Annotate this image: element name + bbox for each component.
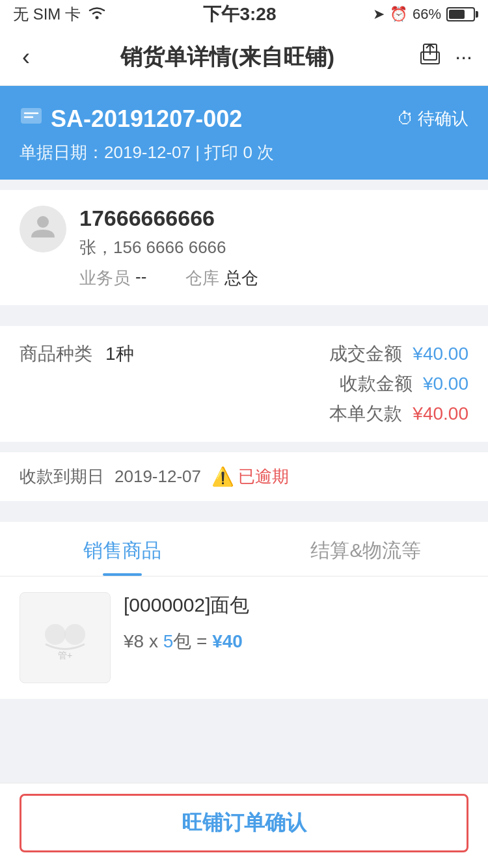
price-multiply: x bbox=[149, 631, 163, 651]
price-qty: 5 bbox=[163, 631, 174, 651]
order-id-text: SA-20191207-002 bbox=[51, 105, 242, 133]
divider-1 bbox=[0, 180, 488, 190]
bottom-bar: 旺铺订单确认 bbox=[0, 783, 488, 868]
overdue-badge: ⚠️ 已逾期 bbox=[211, 465, 289, 488]
price-amount: ¥8 bbox=[124, 631, 144, 651]
price-unit: 包 bbox=[173, 631, 191, 651]
svg-point-4 bbox=[37, 216, 49, 228]
customer-meta: 业务员 -- 仓库 总仓 bbox=[79, 267, 468, 290]
product-section: 管+ [0000002]面包 ¥8 x 5包 = ¥40 bbox=[0, 576, 488, 699]
battery-icon bbox=[446, 7, 475, 21]
divider-3 bbox=[0, 442, 488, 452]
transaction-value: ¥40.00 bbox=[413, 344, 468, 364]
back-button[interactable]: ‹ bbox=[16, 37, 36, 77]
balance-value: ¥40.00 bbox=[413, 403, 468, 424]
battery-fill bbox=[449, 10, 465, 19]
more-icon[interactable]: ··· bbox=[455, 45, 472, 69]
warehouse-label: 仓库 bbox=[185, 267, 219, 290]
tab-sales-label: 销售商品 bbox=[83, 539, 161, 561]
amounts-left: 商品种类 1种 bbox=[20, 342, 134, 366]
tab-settlement[interactable]: 结算&物流等 bbox=[244, 522, 488, 576]
product-title: 面包 bbox=[210, 594, 249, 616]
product-name: [0000002]面包 bbox=[124, 592, 468, 619]
received-row: 收款金额 ¥0.00 bbox=[340, 372, 468, 396]
due-date-section: 收款到期日 2019-12-07 ⚠️ 已逾期 bbox=[0, 452, 488, 501]
product-price: ¥8 x 5包 = ¥40 bbox=[124, 629, 468, 654]
warning-icon: ⚠️ bbox=[211, 466, 234, 487]
transaction-label: 成交金额 bbox=[329, 342, 402, 366]
product-image: 管+ bbox=[20, 592, 111, 683]
product-types-label: 商品种类 bbox=[20, 342, 92, 366]
divider-2 bbox=[0, 316, 488, 326]
product-info: [0000002]面包 ¥8 x 5包 = ¥40 bbox=[124, 592, 468, 654]
meta-separator: | bbox=[191, 142, 204, 162]
balance-row: 本单欠款 ¥40.00 bbox=[329, 401, 468, 426]
svg-text:管+: 管+ bbox=[58, 650, 72, 660]
share-icon[interactable] bbox=[418, 43, 442, 72]
svg-rect-3 bbox=[21, 108, 42, 124]
svg-point-6 bbox=[64, 624, 85, 645]
amounts-section: 商品种类 1种 成交金额 ¥40.00 收款金额 ¥0.00 本单欠款 ¥40.… bbox=[0, 326, 488, 442]
tab-sales[interactable]: 销售商品 bbox=[0, 522, 244, 576]
status-time: 下午3:28 bbox=[203, 2, 276, 27]
page-title: 销货单详情(来自旺铺) bbox=[120, 42, 334, 72]
meta-print: 打印 0 次 bbox=[204, 142, 274, 162]
salesperson-item: 业务员 -- bbox=[79, 267, 146, 290]
product-types-value: 1种 bbox=[105, 342, 134, 366]
customer-details: 17666666666 张，156 6666 6666 业务员 -- 仓库 总仓 bbox=[79, 206, 468, 290]
salesperson-label: 业务员 bbox=[79, 267, 130, 290]
avatar bbox=[20, 206, 66, 252]
location-icon: ➤ bbox=[373, 6, 385, 23]
customer-name: 张，156 6666 6666 bbox=[79, 236, 468, 259]
header-card: SA-20191207-002 ⏱ 待确认 单据日期：2019-12-07 | … bbox=[0, 86, 488, 180]
tab-settlement-label: 结算&物流等 bbox=[310, 539, 421, 561]
price-equals: = bbox=[197, 631, 212, 651]
nav-actions: ··· bbox=[418, 43, 472, 72]
transaction-row: 成交金额 ¥40.00 bbox=[329, 342, 468, 366]
nav-bar: ‹ 销货单详情(来自旺铺) ··· bbox=[0, 29, 488, 86]
price-total: ¥40 bbox=[212, 631, 243, 651]
order-meta: 单据日期：2019-12-07 | 打印 0 次 bbox=[20, 141, 468, 164]
warehouse-item: 仓库 总仓 bbox=[185, 267, 258, 290]
status-badge: ⏱ 待确认 bbox=[397, 107, 468, 130]
status-label: 待确认 bbox=[418, 107, 468, 130]
svg-point-5 bbox=[45, 624, 66, 645]
overdue-label: 已逾期 bbox=[238, 465, 289, 488]
meta-date-label: 单据日期： bbox=[20, 142, 104, 162]
customer-info-row: 17666666666 张，156 6666 6666 业务员 -- 仓库 总仓 bbox=[20, 206, 468, 290]
tabs-section: 销售商品 结算&物流等 bbox=[0, 522, 488, 576]
status-left: 无 SIM 卡 bbox=[13, 4, 107, 25]
salesperson-value: -- bbox=[135, 267, 146, 290]
customer-section: 17666666666 张，156 6666 6666 业务员 -- 仓库 总仓 bbox=[0, 190, 488, 305]
order-id-icon bbox=[20, 104, 43, 133]
header-card-top: SA-20191207-002 ⏱ 待确认 bbox=[20, 104, 468, 133]
balance-label: 本单欠款 bbox=[329, 401, 402, 426]
status-bar: 无 SIM 卡 下午3:28 ➤ ⏰ 66% bbox=[0, 0, 488, 29]
wifi-icon bbox=[87, 5, 107, 23]
user-icon bbox=[29, 211, 57, 247]
warehouse-value: 总仓 bbox=[224, 267, 258, 290]
svg-point-0 bbox=[96, 16, 99, 20]
status-clock-icon: ⏱ bbox=[397, 109, 414, 129]
carrier-text: 无 SIM 卡 bbox=[13, 4, 81, 25]
due-date-value: 2019-12-07 bbox=[115, 467, 201, 487]
received-label: 收款金额 bbox=[340, 372, 413, 396]
meta-date-value: 2019-12-07 bbox=[104, 142, 191, 162]
product-code: [0000002] bbox=[124, 594, 210, 616]
battery-percent: 66% bbox=[413, 6, 441, 23]
divider-4 bbox=[0, 511, 488, 522]
customer-phone: 17666666666 bbox=[79, 206, 468, 231]
confirm-button[interactable]: 旺铺订单确认 bbox=[20, 794, 468, 852]
received-value: ¥0.00 bbox=[423, 373, 468, 394]
status-right: ➤ ⏰ 66% bbox=[373, 6, 475, 23]
due-date-label: 收款到期日 bbox=[20, 465, 104, 488]
order-id: SA-20191207-002 bbox=[20, 104, 242, 133]
alarm-icon: ⏰ bbox=[390, 6, 407, 23]
amounts-right: 成交金额 ¥40.00 收款金额 ¥0.00 本单欠款 ¥40.00 bbox=[329, 342, 468, 426]
